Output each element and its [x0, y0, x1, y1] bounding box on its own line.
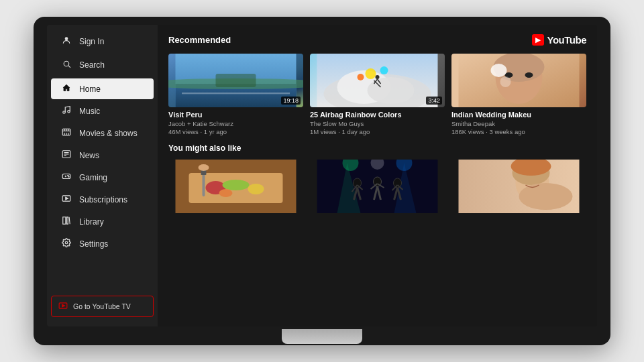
tv-outer: Sign In Search Home Mus [34, 17, 610, 345]
video-thumb-dance [310, 160, 445, 213]
sidebar-item-subscriptions-label: Subscriptions [79, 195, 127, 204]
library-icon [60, 216, 72, 227]
also-like-row [168, 160, 586, 213]
music-icon [60, 105, 72, 117]
youtube-tv-button[interactable]: Go to YouTube TV [51, 296, 154, 317]
recommended-title: Recommended [168, 35, 231, 45]
svg-point-0 [65, 37, 68, 40]
svg-point-59 [199, 164, 209, 171]
video-meta-makeup: 186K views · 3 weeks ago [451, 128, 586, 135]
video-card-peru[interactable]: 19:18 Visit Peru Jacob + Katie Schwarz 4… [168, 54, 303, 135]
svg-point-50 [491, 64, 507, 77]
svg-point-66 [354, 178, 362, 188]
video-card-dance[interactable] [310, 160, 445, 213]
video-title-airbag: 25 Airbag Rainbow Colors [310, 110, 445, 119]
youtube-tv-icon [58, 301, 68, 312]
sidebar-item-news-label: News [79, 151, 99, 160]
video-title-peru: Visit Peru [168, 110, 303, 119]
sidebar-item-news[interactable]: News [51, 145, 154, 166]
youtube-tv-label: Go to YouTube TV [73, 302, 131, 310]
sign-in-button[interactable]: Sign In [51, 31, 154, 52]
svg-rect-32 [216, 74, 256, 87]
sidebar-item-settings-label: Settings [79, 239, 108, 249]
video-card-airbag[interactable]: 3:42 25 Airbag Rainbow Colors The Slow M… [310, 54, 445, 135]
video-info-airbag: 25 Airbag Rainbow Colors The Slow Mo Guy… [310, 107, 445, 135]
svg-point-1 [64, 61, 69, 66]
youtube-logo: ▶ YouTube [532, 34, 586, 46]
svg-point-4 [68, 111, 70, 113]
recommended-row: 19:18 Visit Peru Jacob + Katie Schwarz 4… [168, 54, 586, 135]
svg-line-2 [68, 66, 70, 68]
svg-point-20 [68, 175, 68, 176]
video-title-makeup: Indian Wedding Makeu [451, 110, 586, 119]
gaming-icon [60, 172, 72, 183]
sidebar-item-movies[interactable]: Movies & shows [51, 123, 154, 143]
svg-point-48 [525, 72, 533, 78]
svg-rect-24 [63, 217, 66, 225]
video-thumb-airbag: 3:42 [310, 54, 445, 107]
video-thumb-food [168, 160, 303, 213]
video-info-makeup: Indian Wedding Makeu Smitha Deepak 186K … [451, 107, 586, 135]
svg-point-37 [366, 68, 376, 79]
video-channel-peru: Jacob + Katie Schwarz [168, 120, 303, 127]
svg-marker-28 [62, 304, 65, 307]
top-bar: Recommended ▶ YouTube [168, 34, 586, 46]
video-card-food[interactable] [168, 160, 303, 213]
search-icon [60, 60, 72, 70]
video-channel-airbag: The Slow Mo Guys [310, 120, 445, 127]
svg-point-56 [219, 189, 233, 197]
svg-marker-23 [66, 197, 68, 200]
svg-point-76 [394, 178, 402, 188]
svg-point-85 [519, 183, 573, 210]
movies-icon [60, 127, 72, 139]
search-button[interactable]: Search [51, 55, 154, 75]
video-card-makeup[interactable]: Indian Wedding Makeu Smitha Deepak 186K … [451, 54, 586, 135]
also-like-header: You might also like [168, 143, 586, 153]
video-info-peru: Visit Peru Jacob + Katie Schwarz 46M vie… [168, 107, 303, 135]
sidebar-item-gaming-label: Gaming [79, 173, 107, 182]
main-content: Recommended ▶ YouTube [158, 25, 597, 326]
sign-in-label: Sign In [79, 37, 104, 46]
news-icon [60, 149, 72, 161]
tv-stand [282, 329, 362, 344]
video-thumb-makeup [451, 54, 586, 107]
sidebar-item-library-label: Library [79, 217, 104, 227]
svg-point-54 [223, 180, 250, 190]
youtube-logo-text: YouTube [547, 34, 586, 46]
svg-point-21 [68, 176, 69, 177]
svg-point-38 [380, 66, 388, 74]
video-thumb-peru: 19:18 [168, 54, 303, 107]
video-thumb-third [451, 160, 586, 213]
sidebar-item-subscriptions[interactable]: Subscriptions [51, 189, 154, 210]
sidebar-item-library[interactable]: Library [51, 211, 154, 232]
video-channel-makeup: Smitha Deepak [451, 120, 586, 127]
subscriptions-icon [60, 194, 72, 205]
svg-point-26 [65, 241, 68, 244]
video-card-third[interactable] [451, 160, 586, 213]
settings-icon [60, 238, 72, 249]
svg-point-39 [358, 74, 364, 80]
svg-point-43 [376, 75, 380, 79]
sidebar-item-movies-label: Movies & shows [79, 129, 138, 138]
video-meta-airbag: 1M views · 1 day ago [310, 128, 445, 135]
sidebar-item-settings[interactable]: Settings [51, 233, 154, 254]
duration-airbag: 3:42 [426, 97, 442, 105]
svg-rect-25 [67, 217, 68, 225]
sidebar-item-home-label: Home [79, 84, 101, 94]
sidebar: Sign In Search Home Mus [47, 25, 158, 326]
home-icon [60, 83, 72, 95]
sidebar-item-gaming[interactable]: Gaming [51, 167, 154, 188]
duration-peru: 19:18 [281, 97, 301, 105]
sidebar-item-music-label: Music [79, 107, 100, 116]
sidebar-item-music[interactable]: Music [51, 101, 154, 121]
sidebar-item-home[interactable]: Home [51, 78, 154, 99]
tv-screen: Sign In Search Home Mus [47, 25, 597, 326]
youtube-logo-icon: ▶ [532, 34, 544, 46]
user-icon [60, 36, 72, 47]
svg-point-3 [63, 111, 66, 114]
svg-point-49 [500, 76, 511, 87]
search-label: Search [79, 60, 105, 70]
video-meta-peru: 46M views · 1 yr ago [168, 128, 303, 135]
svg-point-55 [248, 184, 264, 194]
